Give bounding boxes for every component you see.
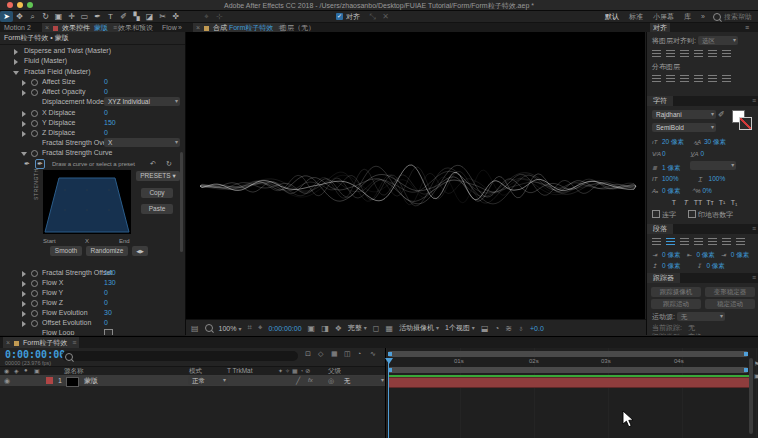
property-value[interactable]: 0 [104,108,108,118]
close-tab-icon[interactable]: × [196,24,200,31]
work-area-bar[interactable] [388,367,748,373]
roto-brush-tool-icon[interactable]: ✂ [156,11,169,22]
distribute-top-icon[interactable] [652,74,661,82]
property-value[interactable]: 0 [104,288,108,298]
timeline-vertical-scrollbar[interactable] [749,358,753,434]
effect-controls-scrollbar[interactable] [180,152,183,252]
twirl-icon[interactable] [22,291,26,297]
copy-button[interactable]: Copy [141,188,173,198]
playhead-line[interactable] [388,358,389,438]
eyedropper-icon[interactable]: ✐ [718,110,725,119]
indent-left-value[interactable]: 0 像素 [662,251,680,258]
twirl-icon[interactable] [22,80,26,86]
brush-tool-icon[interactable]: ✐ [117,11,130,22]
flow-loop-checkbox[interactable] [104,329,113,335]
twirl-icon[interactable] [22,321,26,327]
stopwatch-icon[interactable] [31,89,38,96]
randomize-button[interactable]: Randomize [86,246,128,256]
hand-tool-icon[interactable]: ✥ [13,11,26,22]
workspace-overflow[interactable]: » [696,11,710,22]
workspace-tab-libraries[interactable]: 库 [679,11,696,22]
pen-tool-icon[interactable]: ✒ [91,11,104,22]
font-family-dropdown[interactable]: Rajdhani▾ [652,110,716,119]
horizontal-scale-value[interactable]: 100% [709,175,726,182]
panel-menu-icon[interactable]: ≡ [752,224,756,234]
always-preview-icon[interactable]: ▤ [191,324,199,333]
shape-tool-icon[interactable]: ▭ [78,11,91,22]
search-help-input[interactable]: 搜索帮助 [724,12,752,22]
displacement-mode-dropdown[interactable]: XYZ Individual▾ [104,97,180,106]
align-text-left-icon[interactable] [652,237,661,245]
align-right-icon[interactable] [680,49,689,57]
tsume-value[interactable]: 0% [702,187,711,194]
property-value[interactable]: 0 [104,298,108,308]
timeline-search-input[interactable] [62,351,298,361]
track-camera-button[interactable]: 跟踪摄像机 [651,287,701,297]
selection-tool-icon[interactable]: ➤ [0,11,13,22]
flowchart-icon[interactable]: ♁ [518,324,524,333]
font-size-value[interactable]: 20 像素 [662,138,684,145]
distribute-left-icon[interactable] [694,74,703,82]
viewer-timecode[interactable]: 0:00:00:00 [268,325,301,332]
layer-row[interactable]: ◉ 1 蒙版 正常▾ ╱ fx ◎ 无▾ [0,375,385,386]
current-time-display[interactable]: 0:00:00:00 [5,349,65,360]
align-text-right-icon[interactable] [680,237,689,245]
navigator-start-handle[interactable] [388,352,392,356]
twirl-open-icon[interactable] [13,71,19,75]
timeline-icon[interactable]: ≋ [505,324,512,333]
effect-group-row[interactable]: Disperse and Twist (Master) [0,46,185,56]
resolution-dropdown[interactable]: 完整 ▾ [348,323,367,333]
twirl-open-icon[interactable] [21,152,27,156]
stopwatch-icon[interactable] [31,150,38,157]
eraser-tool-icon[interactable]: ◪ [143,11,156,22]
twirl-icon[interactable] [22,111,26,117]
indent-first-value[interactable]: 0 像素 [696,251,714,258]
tab-overflow[interactable]: » [178,23,182,32]
parent-pickwhip-icon[interactable]: ◎ [328,375,334,386]
tab-flow[interactable]: Flow [162,23,177,32]
property-value[interactable]: 150 [104,118,116,128]
paragraph-panel-tab[interactable]: 段落≡ [647,224,758,234]
puppet-tool-icon[interactable]: ✜ [169,11,182,22]
draft-3d-icon[interactable]: ◇ [318,350,323,358]
panel-menu-icon[interactable]: ≡ [752,273,756,283]
stopwatch-icon[interactable] [31,310,38,317]
magnification-dropdown[interactable]: 100% ▾ [219,325,242,332]
align-panel-menu-icon[interactable]: ≡ [745,23,749,32]
snap-option1-icon[interactable]: ⤡ [366,11,379,22]
snap-option2-icon[interactable]: ✕ [379,11,392,22]
tracking-value[interactable]: 0 [701,150,705,157]
subscript-button[interactable]: T₁ [728,198,740,208]
all-caps-button[interactable]: TT [692,198,704,208]
layer-quality-switch-icon[interactable]: ╱ [296,375,300,386]
justify-last-center-icon[interactable] [708,237,717,245]
property-value[interactable]: 0 [104,77,108,87]
flip-button[interactable]: ◀▶ [132,246,148,256]
channels-icon[interactable]: ❖ [335,324,342,333]
hide-shy-layers-icon[interactable]: ▦ [331,350,338,358]
region-of-interest-icon[interactable]: ◻ [373,324,380,333]
tab-layer-viewer[interactable]: 图层（无） [280,23,315,32]
graph-editor-icon[interactable]: ∿ [370,350,376,358]
mask-visibility-icon[interactable]: ⌖ [258,323,263,333]
vertical-scale-value[interactable]: 100% [662,175,679,182]
align-left-icon[interactable] [652,49,661,57]
layer-mode-dropdown[interactable]: 正常▾ [188,376,228,385]
twirl-icon[interactable] [14,59,18,65]
motion-source-dropdown[interactable]: 无▾ [677,312,725,321]
comp-mini-flowchart-icon[interactable]: ⊡ [305,350,311,358]
snapshot-camera-icon[interactable]: ▣ [308,324,316,333]
transparency-grid-icon[interactable]: ▦ [385,324,393,333]
time-navigator-bar[interactable] [388,351,748,357]
property-value[interactable]: 140 [104,268,116,278]
align-text-center-icon[interactable] [666,237,675,245]
track-motion-button[interactable]: 跟踪运动 [651,299,701,309]
space-before-value[interactable]: 0 像素 [662,262,680,269]
distribute-right-icon[interactable] [722,74,731,82]
effect-group-row[interactable]: Fluid (Master) [0,56,185,66]
trkmat-header[interactable]: T TrkMat [227,367,253,374]
leading-value[interactable]: 30 像素 [704,138,726,145]
stabilize-motion-button[interactable]: 稳定运动 [705,299,755,309]
indent-right-value[interactable]: 0 像素 [731,251,749,258]
twirl-icon[interactable] [22,131,26,137]
